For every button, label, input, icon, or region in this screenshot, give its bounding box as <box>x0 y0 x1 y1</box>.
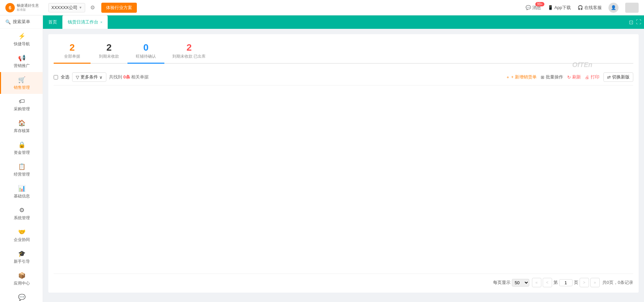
sidebar-item-label: 经营管理 <box>14 172 30 177</box>
logo-icon: 6 <box>5 3 15 12</box>
sidebar-item-sales[interactable]: 🛒 销售管理 <box>0 72 43 94</box>
finance-icon: 🔒 <box>18 141 25 148</box>
sidebar-item-label: 企业协同 <box>14 237 30 243</box>
batch-icon: ⊞ <box>541 75 544 80</box>
company-name: XXXXXX公司 <box>51 5 77 11</box>
prev-page-button[interactable]: < <box>543 278 552 287</box>
marketing-icon: 📢 <box>18 54 25 62</box>
sidebar-item-label: 资金管理 <box>14 150 30 156</box>
tab-close-icon[interactable]: × <box>100 20 102 24</box>
sidebar-item-apps[interactable]: 📦 应用中心 <box>0 268 43 290</box>
filter-arrow-icon: ∨ <box>99 75 103 80</box>
tabbar-actions: ⊡ ⛶ <box>629 19 644 25</box>
stat-num-all: 2 <box>69 42 75 53</box>
message-icon: 💬 <box>526 5 531 10</box>
sidebar-item-purchase[interactable]: 🏷 采购管理 <box>0 94 43 115</box>
stat-num-shipped: 2 <box>186 42 192 53</box>
stat-label-all: 全部单据 <box>64 54 80 59</box>
layout: 🔍 搜索菜单 ⚡ 快捷导航 📢 营销推广 🛒 销售管理 🏷 采购管理 🏠 库存核… <box>0 0 644 302</box>
toolbar-right: + + 新增销货单 ⊞ 批量操作 ↻ 刷新 🖨 打印 <box>506 72 633 82</box>
filter-button[interactable]: ▽ 更多条件 ∨ <box>72 72 106 82</box>
content-card: 2 全部单据 2 到期未收款 0 旺辅待确认 2 到期未收款 已出库 <box>48 34 639 293</box>
app-download-button[interactable]: 📱 App下载 <box>548 5 571 11</box>
sidebar-item-operations[interactable]: 📋 经营管理 <box>0 159 43 181</box>
last-page-button[interactable]: » <box>590 278 600 287</box>
page-input[interactable] <box>559 279 573 286</box>
toolbar: 全选 ▽ 更多条件 ∨ 共找到 0条 相关单据 + + 新增销 <box>54 69 633 85</box>
next-page-icon: > <box>583 280 585 285</box>
tab-workbench[interactable]: 钱货日清工作台 × <box>62 15 108 29</box>
experience-button[interactable]: 体验行业方案 <box>101 3 137 13</box>
found-count: 0条 <box>123 74 130 79</box>
prev-page-icon: < <box>546 280 548 285</box>
first-page-button[interactable]: « <box>532 278 541 287</box>
system-icon: ⚙ <box>19 206 24 214</box>
search-menu-label: 搜索菜单 <box>13 19 30 25</box>
table-area <box>54 88 633 274</box>
print-icon: 🖨 <box>585 75 589 80</box>
sidebar-item-label: 应用中心 <box>14 281 30 286</box>
user-panel[interactable] <box>625 3 639 13</box>
logo-badge: 标准版 <box>17 8 39 12</box>
apps-icon: 📦 <box>18 272 25 279</box>
user-avatar[interactable]: 👤 <box>608 3 619 13</box>
select-all-checkbox[interactable] <box>54 75 58 79</box>
page-size-selector[interactable]: 每页显示 20 50 100 <box>493 279 529 287</box>
sidebar-item-system[interactable]: ⚙ 系统管理 <box>0 202 43 224</box>
settings-button[interactable]: ⚙ <box>88 3 97 12</box>
page-suffix: 页 <box>574 280 578 286</box>
basic-icon: 📊 <box>18 185 25 192</box>
message-button[interactable]: 💬 消息 99+ <box>526 5 541 11</box>
sidebar-item-finance[interactable]: 🔒 资金管理 <box>0 137 43 159</box>
tab-fullscreen-icon[interactable]: ⛶ <box>636 19 641 25</box>
operations-icon: 📋 <box>18 163 25 170</box>
topbar: 6 畅捷通好生意 标准版 XXXXXX公司 ▼ ⚙ 体验行业方案 💬 消息 99… <box>0 0 644 15</box>
tab-home[interactable]: 首页 <box>43 15 62 29</box>
purchase-icon: 🏷 <box>19 98 25 105</box>
avatar-icon: 👤 <box>611 5 616 10</box>
add-sale-button[interactable]: + + 新增销货单 <box>506 74 537 80</box>
stat-label-shipped: 到期未收款 已出库 <box>172 54 206 59</box>
tab-restore-icon[interactable]: ⊡ <box>629 19 633 25</box>
switch-icon: ⇄ <box>607 75 611 80</box>
page-input-wrap: 第 页 <box>553 279 578 286</box>
sidebar-item-basic[interactable]: 📊 基础信息 <box>0 181 43 202</box>
last-page-icon: » <box>594 280 596 285</box>
sidebar-item-label: 系统管理 <box>14 215 30 221</box>
page-nav: « < 第 页 > » <box>532 278 600 287</box>
topbar-right: 💬 消息 99+ 📱 App下载 🎧 在线客服 👤 <box>526 3 639 13</box>
quick-nav-icon: ⚡ <box>18 33 25 40</box>
switch-version-button[interactable]: ⇄ 切换新版 <box>603 72 633 82</box>
mobile-icon: 📱 <box>548 5 553 10</box>
stat-label-pending: 旺辅待确认 <box>136 54 156 59</box>
stats-tabs: 2 全部单据 2 到期未收款 0 旺辅待确认 2 到期未收款 已出库 <box>54 40 633 64</box>
sidebar-item-quick-nav[interactable]: ⚡ 快捷导航 <box>0 28 43 50</box>
cooperation-icon: 🤝 <box>18 228 25 236</box>
stat-num-pending: 0 <box>143 42 149 53</box>
batch-operation-button[interactable]: ⊞ 批量操作 <box>541 74 563 80</box>
stat-tab-pending[interactable]: 0 旺辅待确认 <box>127 40 164 64</box>
next-page-button[interactable]: > <box>580 278 589 287</box>
stat-tab-shipped[interactable]: 2 到期未收款 已出库 <box>164 40 214 64</box>
stat-tab-overdue[interactable]: 2 到期未收款 <box>91 40 127 64</box>
print-button[interactable]: 🖨 打印 <box>585 74 599 80</box>
online-service-button[interactable]: 🎧 在线客服 <box>578 5 602 11</box>
sidebar-item-inventory[interactable]: 🏠 库存核算 <box>0 115 43 137</box>
refresh-icon: ↻ <box>567 75 571 80</box>
sidebar-item-newbie[interactable]: 🎓 新手引导 <box>0 246 43 268</box>
sidebar-item-marketing[interactable]: 📢 营销推广 <box>0 50 43 72</box>
stat-tab-all[interactable]: 2 全部单据 <box>54 40 91 64</box>
search-icon: 🔍 <box>5 19 11 24</box>
sidebar-item-label: 基础信息 <box>14 193 30 199</box>
company-selector[interactable]: XXXXXX公司 ▼ <box>48 3 85 12</box>
refresh-button[interactable]: ↻ 刷新 <box>567 74 581 80</box>
select-all-label: 全选 <box>61 74 69 80</box>
sidebar-item-wechat[interactable]: 💬 企业微信 <box>0 290 43 302</box>
first-page-icon: « <box>535 280 538 285</box>
sales-icon: 🛒 <box>18 76 25 83</box>
search-menu-item[interactable]: 🔍 搜索菜单 <box>0 15 43 28</box>
inventory-icon: 🏠 <box>18 119 25 127</box>
stat-label-overdue: 到期未收款 <box>99 54 119 59</box>
per-page-select[interactable]: 20 50 100 <box>512 279 529 287</box>
sidebar-item-cooperation[interactable]: 🤝 企业协同 <box>0 224 43 246</box>
